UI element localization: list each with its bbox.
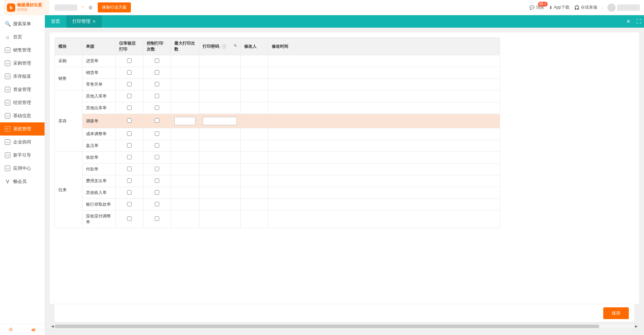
sidebar-item-8[interactable]: ⟳系统管理	[0, 122, 45, 136]
checkbox-control-count[interactable]	[155, 155, 159, 159]
checkbox-audit-only[interactable]	[127, 105, 132, 110]
checkbox-control-count[interactable]	[155, 143, 159, 148]
user-menu[interactable]: xxxxx	[607, 3, 640, 12]
cell-editor	[241, 211, 268, 228]
gear-icon[interactable]: ⚙	[88, 5, 93, 10]
sidebar-item-label: 库存核算	[13, 73, 31, 80]
sidebar-item-0[interactable]: 🔍搜索菜单	[0, 17, 45, 30]
sidebar-item-label: 资金管理	[13, 86, 31, 93]
cell-max-count	[171, 187, 199, 199]
checkbox-audit-only[interactable]	[127, 155, 132, 159]
checkbox-control-count[interactable]	[155, 167, 159, 171]
sidebar-item-5[interactable]: ▭资金管理	[0, 83, 45, 96]
main: 首页打印管理✕ ✕ ⛶ 模块 单据 仅审核后打印 控制打印次数	[45, 15, 644, 335]
cell-password	[199, 164, 241, 175]
help-icon[interactable]: ?	[222, 44, 226, 49]
checkbox-audit-only[interactable]	[127, 178, 132, 183]
th-editor: 修改人	[241, 38, 268, 55]
cell-doc: 其他收入单	[83, 187, 116, 199]
cell-doc: 零售开单	[83, 79, 116, 91]
sidebar-item-10[interactable]: ▭新手引导	[0, 149, 45, 162]
save-button[interactable]: 保存	[603, 307, 629, 319]
scroll-thumb[interactable]	[55, 325, 599, 328]
online-service-link[interactable]: 🎧 在线客服	[574, 4, 597, 10]
footer: 保存	[55, 304, 634, 322]
sidebar-item-3[interactable]: ▭采购管理	[0, 57, 45, 70]
cell-doc: 盘点单	[83, 140, 116, 152]
checkbox-control-count[interactable]	[155, 118, 159, 123]
sidebar-icon: ⌂	[5, 34, 10, 40]
sidebar-icon: ▭	[5, 61, 10, 66]
th-password-label: 打印密码	[203, 44, 219, 49]
table-row: 零售开单	[55, 79, 500, 91]
fullscreen-icon[interactable]: ⛶	[634, 15, 644, 28]
sidebar-icon: ▭	[5, 74, 10, 79]
promo-button[interactable]: 体验行业方案	[98, 2, 131, 12]
cell-editor	[241, 187, 268, 199]
cell-max-count	[171, 152, 199, 164]
settings-icon[interactable]: ⚙	[9, 327, 13, 332]
cell-edit-time	[268, 199, 500, 211]
checkbox-audit-only[interactable]	[127, 70, 132, 75]
scroll-left-arrow[interactable]: ◀	[51, 324, 54, 328]
sidebar-item-9[interactable]: ▭企业协同	[0, 136, 45, 149]
checkbox-audit-only[interactable]	[127, 202, 132, 206]
checkbox-control-count[interactable]	[155, 105, 159, 110]
tab-close-all-icon[interactable]: ✕	[623, 15, 634, 28]
cell-edit-time	[268, 211, 500, 228]
scroll-right-arrow[interactable]: ▶	[635, 324, 638, 328]
checkbox-audit-only[interactable]	[127, 143, 132, 148]
content-panel: 模块 单据 仅审核后打印 控制打印次数 最大打印次数 打印密码 ? ✎	[50, 32, 639, 304]
checkbox-control-count[interactable]	[155, 190, 159, 195]
checkbox-control-count[interactable]	[155, 131, 159, 136]
tab-1[interactable]: 打印管理✕	[66, 15, 102, 28]
cell-edit-time	[268, 102, 500, 114]
cell-audit-only	[116, 128, 143, 140]
cell-max-count	[171, 55, 199, 67]
input-password[interactable]	[203, 117, 237, 125]
sidebar-item-6[interactable]: ▭经营管理	[0, 96, 45, 109]
edit-icon[interactable]: ✎	[234, 44, 237, 48]
tab-close-icon[interactable]: ✕	[93, 19, 96, 24]
checkbox-control-count[interactable]	[155, 216, 159, 221]
message-link[interactable]: 💬 消息 99 +	[529, 4, 544, 10]
checkbox-control-count[interactable]	[155, 94, 159, 98]
cell-audit-only	[116, 79, 143, 91]
table-row: 往来收款单	[55, 152, 500, 164]
checkbox-audit-only[interactable]	[127, 216, 132, 221]
sidebar-item-label: 首页	[13, 34, 22, 40]
tab-0[interactable]: 首页	[45, 15, 66, 28]
checkbox-control-count[interactable]	[155, 202, 159, 206]
checkbox-audit-only[interactable]	[127, 167, 132, 171]
checkbox-control-count[interactable]	[155, 178, 159, 183]
cell-password	[199, 102, 241, 114]
app-download-link[interactable]: ⬇ App下载	[549, 4, 569, 10]
checkbox-audit-only[interactable]	[127, 82, 132, 86]
input-max-count[interactable]	[174, 117, 195, 125]
cell-audit-only	[116, 67, 143, 79]
download-icon: ⬇	[549, 5, 552, 10]
checkbox-control-count[interactable]	[155, 58, 159, 63]
sidebar-item-11[interactable]: ▭应用中心	[0, 162, 45, 175]
checkbox-audit-only[interactable]	[127, 131, 132, 136]
company-selector[interactable]: xxxxx ﹀ ⚙	[55, 4, 93, 11]
checkbox-audit-only[interactable]	[127, 118, 132, 123]
sidebar-item-1[interactable]: ⌂首页	[0, 30, 45, 44]
chevron-down-icon: ﹀	[81, 4, 85, 10]
avatar	[607, 3, 616, 12]
cell-password	[199, 140, 241, 152]
sidebar-item-4[interactable]: ▭库存核算	[0, 70, 45, 83]
sidebar-item-12[interactable]: V畅会员	[0, 175, 45, 188]
checkbox-audit-only[interactable]	[127, 190, 132, 195]
checkbox-control-count[interactable]	[155, 70, 159, 75]
checkbox-audit-only[interactable]	[127, 58, 132, 63]
checkbox-control-count[interactable]	[155, 82, 159, 86]
cell-edit-time	[268, 114, 500, 128]
collapse-icon[interactable]: ◀⁞	[31, 327, 36, 332]
sidebar-item-2[interactable]: ▭销售管理	[0, 44, 45, 57]
horizontal-scrollbar[interactable]: ◀ ▶	[55, 325, 634, 328]
sidebar-icon: ⟳	[5, 126, 10, 132]
divider	[602, 5, 603, 10]
checkbox-audit-only[interactable]	[127, 94, 132, 98]
sidebar-item-7[interactable]: ▭基础信息	[0, 109, 45, 122]
